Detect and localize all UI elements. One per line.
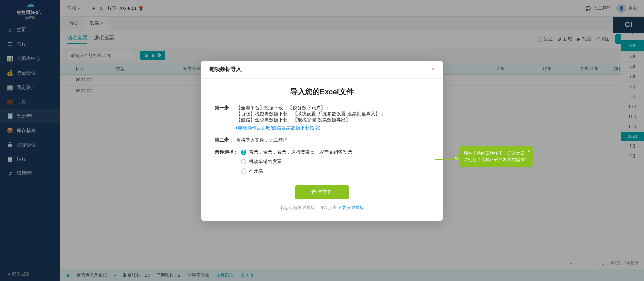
tooltip-container: × 现在支持的票种多了，导入发票时别忘了选择正确的发票类型呀! xyxy=(435,146,533,167)
step1-line2: 【百旺】税控盘数据下载→【系统设置-系统参数设置-发票批量导入】； xyxy=(236,111,385,117)
radio-vehicle[interactable]: 机动车销售发票 xyxy=(241,159,352,165)
step1-label: 第一步： xyxy=(215,105,233,131)
radio-common-circle xyxy=(241,150,246,155)
radio-vehicle-circle xyxy=(241,159,246,164)
tooltip-close-btn[interactable]: × xyxy=(527,148,530,155)
radio-no-ticket-label: 不开票 xyxy=(249,168,263,174)
radio-common[interactable]: 普票，专票，卷票，通行费发票，农产品销售发票 × 现在支持的票种多了，导入发票时… xyxy=(241,149,352,155)
tooltip-text: 现在支持的票种多了，导入发票时别忘了选择正确的发票类型呀! xyxy=(464,151,526,162)
modal-main-title: 导入您的Excel文件 xyxy=(215,87,429,97)
modal-overlay: 销项数据导入 × 导入您的Excel文件 第一步： 【全电平台】数据下载→【税务… xyxy=(0,0,644,281)
radio-vehicle-label: 机动车销售发票 xyxy=(249,159,282,165)
modal-close-btn[interactable]: × xyxy=(431,66,435,72)
step1-line3: 【航信】金税盘数据下载→【报税管理-发票数据导出】； xyxy=(236,117,385,123)
radio-common-label: 普票，专票，卷票，通行费发票，农产品销售发票 xyxy=(249,149,352,155)
step1-content: 【全电平台】数据下载→【税务数字账户】； 【百旺】税控盘数据下载→【系统设置-系… xyxy=(236,105,385,131)
modal-title: 销项数据导入 xyxy=(209,66,241,73)
import-modal: 销项数据导入 × 导入您的Excel文件 第一步： 【全电平台】数据下载→【税务… xyxy=(201,61,443,221)
modal-header: 销项数据导入 × xyxy=(201,61,443,79)
step2: 第二步： 直接导入文件，无需整理 xyxy=(215,137,429,143)
radio-no-ticket-circle xyxy=(241,168,246,174)
radio-group: 普票，专票，卷票，通行费发票，农产品销售发票 × 现在支持的票种多了，导入发票时… xyxy=(241,149,352,177)
modal-footer-note: 若您没有发票模板，可以点击 下载发票模板 xyxy=(215,205,429,211)
step2-content: 直接导入文件，无需整理 xyxy=(236,137,288,143)
step1-guide-link[interactable]: (详细操作见百旺/航信发票数据下载指南) xyxy=(236,125,320,130)
footer-note-text: 若您没有发票模板，可以点击 xyxy=(280,205,337,210)
step1-line1: 【全电平台】数据下载→【税务数字账户】； xyxy=(236,105,385,111)
radio-no-ticket[interactable]: 不开票 xyxy=(241,168,352,174)
select-file-btn[interactable]: 选择文件 xyxy=(295,185,349,199)
download-template-link[interactable]: 下载发票模板 xyxy=(338,205,364,210)
step1: 第一步： 【全电平台】数据下载→【税务数字账户】； 【百旺】税控盘数据下载→【系… xyxy=(215,105,429,131)
ticket-choice-label: 票种选择： xyxy=(215,149,238,155)
tooltip-bubble: × 现在支持的票种多了，导入发票时别忘了选择正确的发票类型呀! xyxy=(459,146,533,167)
step2-label: 第二步： xyxy=(215,137,233,143)
modal-body: 导入您的Excel文件 第一步： 【全电平台】数据下载→【税务数字账户】； 【百… xyxy=(201,79,443,221)
ticket-choice: 票种选择： 普票，专票，卷票，通行费发票，农产品销售发票 xyxy=(215,149,429,177)
